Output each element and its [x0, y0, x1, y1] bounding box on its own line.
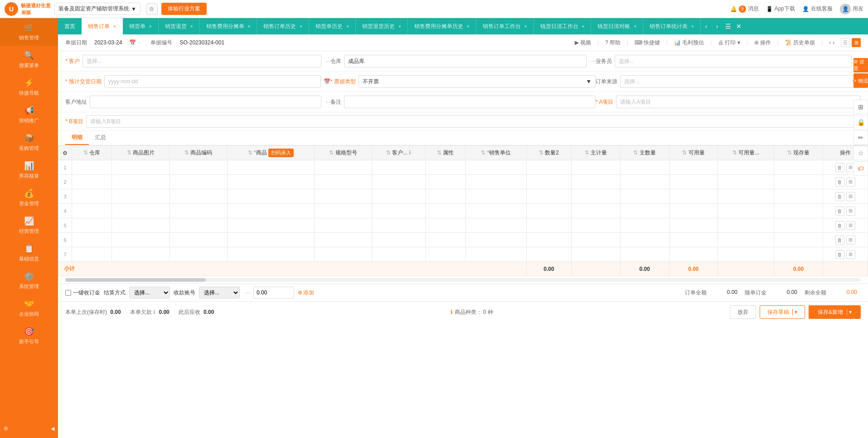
sidebar-item-search[interactable]: 🔍 搜索菜单 — [0, 46, 58, 73]
tab-menu-btn[interactable]: ☰ — [723, 18, 733, 34]
sidebar-item-basic[interactable]: 📋 基础信息 — [0, 239, 58, 267]
action-print[interactable]: 🖨 打印 ▾ — [718, 39, 740, 47]
tab-home[interactable]: 首页 — [58, 18, 82, 34]
tab-close-order-workbench[interactable]: × — [524, 24, 527, 29]
delete-row-7[interactable]: 🗑 — [835, 250, 844, 259]
customer-input[interactable]: 选择... — [82, 55, 321, 67]
action-video[interactable]: ▶ 视频 — [575, 39, 591, 47]
tab-prev-btn[interactable]: ‹ — [701, 18, 712, 34]
customer-more[interactable]: ··· — [326, 58, 330, 64]
action-profit[interactable]: 📊 毛利预估 — [674, 39, 704, 47]
notification-item[interactable]: 🔔 9 消息 — [730, 5, 759, 13]
right-tool-tag[interactable]: 🏷 — [853, 161, 868, 176]
delete-row-4[interactable]: 🗑 — [835, 207, 844, 216]
date-value[interactable]: 2023-03-24 — [94, 39, 122, 46]
receipt-account-select[interactable]: 选择... — [199, 287, 240, 298]
action-help[interactable]: ? 帮助 — [605, 39, 621, 47]
copy-row-5[interactable]: ⊞ — [846, 221, 855, 230]
datepicker-icon[interactable]: 📅 — [324, 78, 330, 85]
col-setting[interactable]: ⚙ — [58, 146, 72, 160]
copy-row-7[interactable]: ⊞ — [846, 250, 855, 259]
tab-close-return-history[interactable]: × — [398, 24, 401, 29]
tab-return-history[interactable]: 销货退货历史 × — [356, 18, 408, 34]
tab-close-sales-goods[interactable]: × — [149, 24, 152, 29]
action-operations[interactable]: ⊛ 操作 — [754, 39, 771, 47]
sidebar-item-finance[interactable]: 💰 资金管理 — [0, 184, 58, 212]
tab-goods-history[interactable]: 销货单历史 × — [309, 18, 356, 34]
warehouse-input[interactable]: 成品库 — [344, 55, 587, 67]
receipt-more[interactable]: ··· — [245, 289, 250, 296]
scrollbar-thumb[interactable] — [65, 278, 206, 282]
scan-button[interactable]: 扫码录入 — [268, 149, 294, 157]
salesperson-input[interactable]: 选择... — [615, 55, 852, 67]
sidebar-collapse-btn[interactable]: ◀ — [51, 422, 54, 435]
system-dropdown[interactable]: 装备及固定资产辅助管理系统 ▼ — [54, 3, 141, 15]
right-goods-btn[interactable]: + 物流 — [853, 73, 868, 88]
tab-sales-return[interactable]: 销货退货 × — [159, 18, 200, 34]
right-tool-lock[interactable]: 🔒 — [853, 115, 868, 130]
right-tool-edit[interactable]: ✏ — [853, 130, 868, 145]
nav-next-icon[interactable]: › — [833, 39, 834, 46]
tab-close-expense-history[interactable]: × — [467, 24, 470, 29]
add-link[interactable]: ⊕ 添加 — [298, 289, 314, 297]
discard-button[interactable]: 放弃 — [730, 305, 756, 319]
tab-next-btn[interactable]: › — [712, 18, 723, 34]
delete-row-6[interactable]: 🗑 — [835, 236, 844, 245]
copy-row-2[interactable]: ⊞ — [846, 178, 855, 187]
tab-summary[interactable]: 汇总 — [89, 131, 112, 145]
calendar-icon[interactable]: 📅 — [129, 39, 136, 46]
settings-icon[interactable]: ⚙ — [146, 3, 158, 15]
tab-close-order-history[interactable]: × — [300, 24, 302, 29]
tab-daily-reconcile[interactable]: 钱货日清对账 × — [591, 18, 643, 34]
delete-row-5[interactable]: 🗑 — [835, 221, 844, 230]
sidebar-item-quicknav[interactable]: ⚡ 快捷导航 — [0, 73, 58, 101]
tab-close-sales-expense[interactable]: × — [248, 24, 251, 29]
save-draft-button[interactable]: 保存草稿 ▾ — [760, 305, 805, 319]
copy-row-6[interactable]: ⊞ — [846, 236, 855, 245]
sidebar-item-system[interactable]: ⚙️ 系统管理 — [0, 267, 58, 294]
tab-detail[interactable]: 明细 — [65, 131, 89, 145]
view-list-icon[interactable]: ☰ — [841, 38, 850, 47]
sidebar-item-marketing[interactable]: 📢 营销推广 — [0, 101, 58, 129]
solution-button[interactable]: 体验行业方案 — [161, 3, 207, 15]
sidebar-item-sales[interactable]: 🛒 销售管理 — [0, 18, 58, 46]
a-project-input[interactable]: 请输入A项目 — [616, 96, 861, 108]
right-settings-btn[interactable]: ⚙ 设置 — [853, 58, 868, 72]
address-more[interactable]: ··· — [326, 99, 330, 105]
sidebar-item-guide[interactable]: 🎯 新手引导 — [0, 322, 58, 350]
tab-expense-history[interactable]: 销售费用分摊单历史 × — [408, 18, 476, 34]
b-project-input[interactable]: 请输入B项目 — [86, 115, 861, 128]
invoice-type-input[interactable]: 不开票 ▼ — [359, 75, 596, 88]
one-click-settle-checkbox[interactable]: 一键收订金 — [65, 289, 100, 297]
tab-close-daily-clear[interactable]: × — [582, 24, 585, 29]
copy-row-4[interactable]: ⊞ — [846, 207, 855, 216]
remark-input[interactable] — [344, 96, 596, 108]
tab-close-sales-order[interactable]: × — [113, 24, 116, 29]
tab-order-workbench[interactable]: 销售订单工作台 × — [476, 18, 534, 34]
sidebar-item-operations[interactable]: 📈 经营管理 — [0, 212, 58, 239]
delete-row-3[interactable]: 🗑 — [835, 192, 844, 201]
tab-sales-order[interactable]: 销售订单 × — [82, 18, 123, 34]
delete-row-2[interactable]: 🗑 — [835, 178, 844, 187]
tab-order-history[interactable]: 销售订单历史 × — [257, 18, 309, 34]
draft-dropdown-icon[interactable]: ▾ — [792, 309, 797, 315]
action-history[interactable]: 📜 历史单据 — [785, 39, 815, 47]
order-source-input[interactable]: 选择... ▼ — [620, 75, 861, 88]
horizontal-scrollbar[interactable] — [65, 278, 861, 282]
save-new-button[interactable]: 保存&新增 ▾ — [809, 305, 861, 319]
right-tool-star[interactable]: ☆ — [853, 146, 868, 160]
tab-stats[interactable]: 销售订单统计表 × — [643, 18, 701, 34]
nav-prev-icon[interactable]: ‹ — [829, 39, 831, 46]
delete-row-1[interactable]: 🗑 — [835, 163, 844, 172]
settle-amount-input[interactable] — [253, 287, 294, 298]
right-tool-grid[interactable]: ⊞ — [853, 100, 868, 114]
delivery-date-input[interactable]: yyyy-mm-dd — [104, 75, 321, 88]
tab-close-sales-return[interactable]: × — [190, 24, 193, 29]
address-input[interactable] — [90, 96, 321, 108]
tab-sales-goods[interactable]: 销货单 × — [123, 18, 159, 34]
app-download-item[interactable]: 📱 App下载 — [766, 5, 795, 13]
sidebar-settings-btn[interactable]: ⚙ — [4, 422, 8, 435]
settle-method-select[interactable]: 选择... — [129, 287, 170, 298]
online-service-item[interactable]: 👤 在线客服 — [802, 5, 833, 13]
copy-row-3[interactable]: ⊞ — [846, 192, 855, 201]
